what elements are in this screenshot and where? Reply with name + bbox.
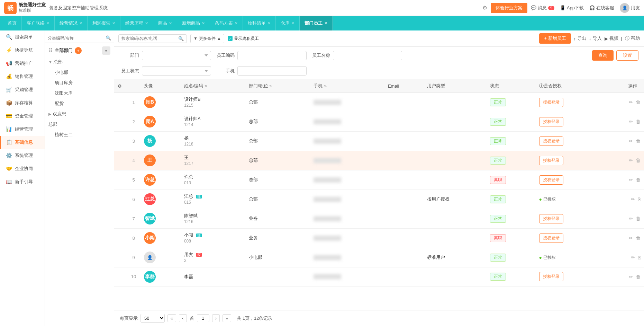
tab-warehouse[interactable]: 仓库 ✕	[276, 16, 300, 30]
tab-home[interactable]: 首页	[3, 16, 22, 30]
code-input[interactable]	[237, 51, 307, 60]
auth-button[interactable]: 授权登录	[539, 175, 563, 185]
auth-button[interactable]: 授权登录	[539, 156, 563, 165]
tab-employees[interactable]: 部门员工 ✕	[300, 16, 333, 30]
dept-node-project[interactable]: 项目库房	[45, 78, 114, 88]
status-select[interactable]	[142, 66, 211, 76]
edit-icon[interactable]: ✏	[629, 99, 633, 105]
dept-search-input[interactable]	[48, 36, 104, 41]
th-name[interactable]: 姓名/编码 ⇅	[181, 79, 245, 93]
delete-icon[interactable]: 🗑	[636, 274, 641, 280]
th-dept[interactable]: 部门/职位 ⇅	[245, 79, 310, 93]
auth-button[interactable]: 授权登录	[539, 136, 563, 146]
dept-node-shenyang[interactable]: 沈阳大库	[45, 88, 114, 98]
sidebar-item-system[interactable]: ⚙️ 系统管理	[0, 149, 45, 162]
delete-icon[interactable]: 🗑	[636, 99, 641, 105]
dept-node-zongbu2[interactable]: 总部	[45, 119, 114, 130]
user-action[interactable]: 👤 用友	[620, 3, 640, 13]
sidebar-item-sales[interactable]: 💰 销售管理	[0, 70, 45, 83]
edit-icon[interactable]: ✏	[629, 119, 633, 124]
app-download-action[interactable]: 📱 App下载	[560, 5, 584, 11]
first-page-button[interactable]: «	[167, 314, 176, 322]
export-button[interactable]: ↑ 导出	[574, 35, 587, 42]
close-icon[interactable]: ✕	[267, 21, 271, 26]
tab-profit[interactable]: 利润报告 ✕	[88, 16, 120, 30]
auth-button[interactable]: 授权登录	[539, 98, 563, 107]
help-button[interactable]: ⓘ 帮助	[625, 35, 640, 42]
dept-node-shuanglu[interactable]: ▶ 双鹿想	[45, 109, 114, 119]
search-input[interactable]	[121, 36, 177, 41]
per-page-select[interactable]: 50 100 200	[140, 314, 165, 323]
edit-icon[interactable]: ✏	[629, 158, 633, 163]
close-icon[interactable]: ✕	[46, 21, 49, 26]
auth-button[interactable]: 授权登录	[539, 214, 563, 223]
sidebar-item-search[interactable]: 🔍 搜索菜单	[0, 30, 45, 44]
edit-icon[interactable]: ✏	[629, 216, 633, 221]
close-icon[interactable]: ✕	[112, 21, 115, 26]
sidebar-item-quicknav[interactable]: ⚡ 快捷导航	[0, 44, 45, 57]
close-icon[interactable]: ✕	[324, 21, 327, 26]
add-employee-button[interactable]: + 新增员工	[539, 33, 571, 44]
online-service-action[interactable]: 🎧 在线客服	[589, 5, 614, 11]
delete-icon[interactable]: 🗑	[636, 158, 641, 163]
auth-button[interactable]: 授权登录	[539, 272, 563, 281]
settings-gear[interactable]: ⚙	[482, 5, 487, 11]
close-icon[interactable]: ✕	[291, 21, 294, 26]
sidebar-item-purchase[interactable]: 🛒 采购管理	[0, 83, 45, 96]
name-input[interactable]	[333, 51, 402, 60]
view-button[interactable]: ▶ 视频	[605, 35, 618, 42]
tab-history[interactable]: 经营历程 ✕	[120, 16, 153, 30]
message-action[interactable]: 💬 消息 5	[531, 5, 554, 11]
delete-icon[interactable]: 🗑	[636, 235, 641, 241]
th-gear[interactable]: ⚙	[114, 79, 127, 93]
show-resigned-toggle[interactable]: ✓ 显示离职员工	[228, 36, 259, 42]
delete-icon[interactable]: 🗑	[636, 216, 641, 221]
dept-node-zhishu[interactable]: 植树王二	[45, 130, 114, 140]
sidebar-item-guide[interactable]: 📖 新手引导	[0, 175, 45, 188]
query-button[interactable]: 查询	[592, 50, 614, 61]
more-filter-btn[interactable]: ▼ 更多条件 ▲	[190, 34, 224, 43]
sidebar-item-inventory[interactable]: 📦 库存核算	[0, 96, 45, 109]
dept-search-icon[interactable]: 🔍	[106, 35, 111, 41]
sidebar-item-management[interactable]: 📊 经营管理	[0, 123, 45, 136]
delete-icon[interactable]: 🗑	[636, 138, 641, 144]
phone-input[interactable]	[237, 66, 307, 76]
last-page-button[interactable]: »	[223, 314, 231, 322]
page-input[interactable]	[197, 314, 209, 322]
auth-button[interactable]: 授权登录	[539, 117, 563, 126]
copy-icon[interactable]: ⎘	[638, 255, 641, 260]
search-icon[interactable]: 🔍	[178, 36, 184, 41]
edit-icon[interactable]: ✏	[629, 138, 633, 144]
dept-select[interactable]	[142, 51, 211, 60]
import-button[interactable]: ↓ 导入	[589, 35, 602, 42]
edit-icon[interactable]: ✏	[629, 177, 633, 183]
collapse-btn[interactable]: «	[102, 46, 110, 55]
tab-operation[interactable]: 经营情况 ✕	[55, 16, 88, 30]
edit-icon[interactable]: ✏	[629, 274, 633, 280]
tab-add-goods[interactable]: 新增商品 ✕	[177, 16, 210, 30]
close-icon[interactable]: ✕	[235, 21, 238, 26]
edit-icon[interactable]: ✏	[631, 255, 635, 260]
sidebar-item-basic[interactable]: 📋 基础信息	[0, 136, 45, 149]
tab-bom[interactable]: 物料清单 ✕	[243, 16, 276, 30]
copy-icon[interactable]: ⎘	[638, 196, 641, 202]
dept-node-peihuo[interactable]: 配货	[45, 98, 114, 109]
sidebar-item-collab[interactable]: 🤝 企业协同	[0, 162, 45, 175]
edit-icon[interactable]: ✏	[631, 196, 635, 202]
close-icon[interactable]: ✕	[202, 21, 205, 26]
close-icon[interactable]: ✕	[79, 21, 82, 26]
sidebar-item-marketing[interactable]: 📢 营销推广	[0, 57, 45, 70]
prev-page-button[interactable]: ‹	[179, 314, 187, 322]
tab-goods[interactable]: 商品 ✕	[153, 16, 177, 30]
sidebar-item-finance[interactable]: 💳 资金管理	[0, 109, 45, 123]
next-page-button[interactable]: ›	[212, 314, 220, 322]
reset-button[interactable]: 设置	[616, 50, 638, 61]
edit-icon[interactable]: ✏	[629, 235, 633, 241]
dept-node-xiaodian[interactable]: 小电部	[45, 67, 114, 78]
delete-icon[interactable]: 🗑	[636, 119, 641, 124]
add-dept-icon[interactable]: +	[75, 47, 82, 54]
close-icon[interactable]: ✕	[145, 21, 148, 26]
delete-icon[interactable]: 🗑	[636, 177, 641, 183]
auth-button[interactable]: 授权登录	[539, 234, 563, 243]
dept-node-zongbu-parent[interactable]: ▼ 总部	[45, 57, 114, 67]
